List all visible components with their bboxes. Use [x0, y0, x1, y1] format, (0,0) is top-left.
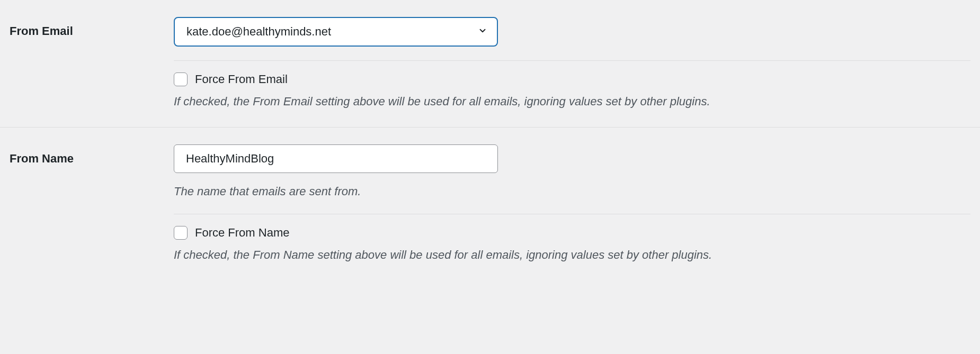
- from-email-select[interactable]: kate.doe@healthyminds.net: [174, 17, 498, 47]
- divider: [174, 214, 970, 214]
- label-col: From Email: [10, 17, 174, 38]
- control-col: kate.doe@healthyminds.net Force From Ema…: [174, 17, 980, 110]
- force-from-email-description: If checked, the From Email setting above…: [174, 93, 970, 110]
- from-email-select-wrap: kate.doe@healthyminds.net: [174, 17, 498, 47]
- from-name-description: The name that emails are sent from.: [174, 183, 970, 200]
- divider: [174, 60, 970, 61]
- control-col: The name that emails are sent from. Forc…: [174, 144, 980, 264]
- force-from-email-row: Force From Email: [174, 72, 970, 86]
- from-email-label: From Email: [10, 24, 73, 38]
- from-email-selected-value: kate.doe@healthyminds.net: [186, 25, 331, 39]
- from-name-input[interactable]: [174, 144, 498, 173]
- from-name-label: From Name: [10, 152, 74, 165]
- force-from-email-checkbox[interactable]: [174, 72, 188, 86]
- force-from-email-checkbox-label[interactable]: Force From Email: [195, 72, 288, 86]
- settings-table: From Email kate.doe@healthyminds.net For…: [0, 0, 980, 280]
- force-from-name-checkbox-label[interactable]: Force From Name: [195, 226, 289, 240]
- force-from-name-description: If checked, the From Name setting above …: [174, 246, 970, 264]
- setting-row-from-email: From Email kate.doe@healthyminds.net For…: [0, 0, 980, 127]
- label-col: From Name: [10, 144, 174, 166]
- setting-row-from-name: From Name The name that emails are sent …: [0, 127, 980, 280]
- force-from-name-row: Force From Name: [174, 226, 970, 240]
- force-from-name-checkbox[interactable]: [174, 226, 188, 240]
